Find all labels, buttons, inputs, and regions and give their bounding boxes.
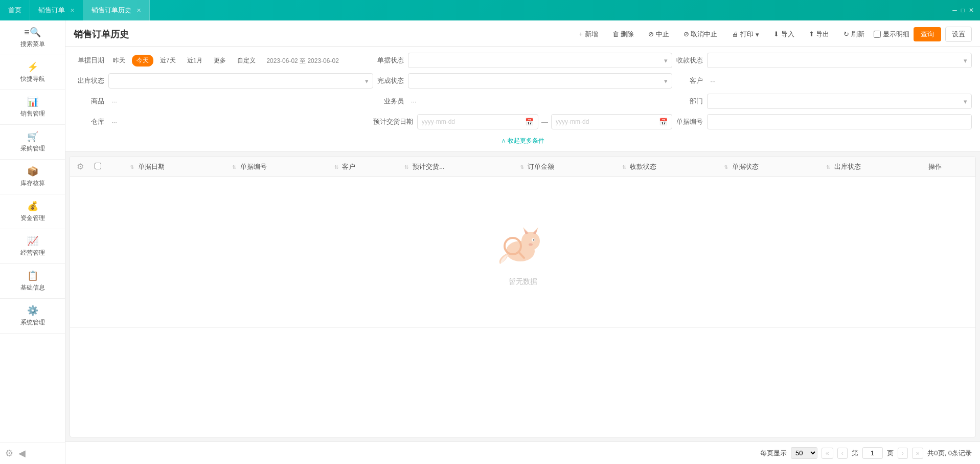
tab-home[interactable]: 首页 [0,0,30,20]
sidebar-item-finance[interactable]: 💰 资金管理 [0,194,65,229]
tab-sales-order-close[interactable]: ✕ [70,7,75,14]
date-shortcut-custom[interactable]: 自定义 [233,55,260,67]
sidebar-item-operations[interactable]: 📈 经营管理 [0,229,65,264]
warehouse-ellipsis-btn[interactable]: ··· [108,117,120,127]
salesperson-ellipsis-btn[interactable]: ··· [408,97,420,106]
filter-customer: 客户 ··· [672,76,972,86]
order-status-arrow-icon: ▾ [664,57,668,64]
delivery-sort-icon: ⇅ [404,164,408,170]
last-page-button[interactable]: » [912,448,924,459]
tab-sales-order-history-close[interactable]: ✕ [136,7,141,14]
order-no-input[interactable] [707,114,972,129]
table-col-outbound[interactable]: ⇅ 出库状态 [822,157,924,177]
sidebar-item-basic-info-label: 基础信息 [20,283,45,292]
completion-status-select[interactable]: ▾ [408,73,673,89]
tab-sales-order[interactable]: 销售订单 ✕ [30,0,83,20]
table-header-settings: ⚙ [70,157,90,177]
order-no-control [707,114,972,129]
sidebar-item-sys-mgmt[interactable]: ⚙️ 系统管理 [0,299,65,334]
date-shortcut-1month[interactable]: 近1月 [183,55,208,67]
export-button[interactable]: ⬆ 导出 [804,27,835,41]
tab-sales-order-label: 销售订单 [38,6,65,15]
table-col-order-status[interactable]: ⇅ 单据状态 [720,157,822,177]
filter-department: 部门 ▾ [672,94,972,109]
print-button[interactable]: 🖨 打印 ▾ [727,27,765,41]
order-status-sort-icon: ⇅ [724,164,728,170]
first-page-button[interactable]: « [822,448,833,459]
current-page-input[interactable] [862,447,883,459]
customer-sort-icon: ⇅ [334,164,338,170]
date-shortcut-today[interactable]: 今天 [132,55,153,67]
sidebar-item-quick-nav[interactable]: ⚡ 快捷导航 [0,55,65,90]
stop-button[interactable]: ⊘ 中止 [643,27,674,41]
product-ellipsis-btn[interactable]: ··· [108,97,120,106]
date-shortcut-yesterday[interactable]: 昨天 [108,55,130,67]
date-shortcut-more[interactable]: 更多 [209,55,231,67]
sidebar-settings-icon[interactable]: ⚙ [5,448,13,459]
filter-product: 商品 ··· [74,97,373,106]
settings-button[interactable]: 设置 [945,27,972,42]
delivery-date-from[interactable]: yyyy-mm-dd 📅 [417,114,538,129]
import-button[interactable]: ⬇ 导入 [768,27,800,41]
top-bar: 首页 销售订单 ✕ 销售订单历史 ✕ ─ □ ✕ [0,0,980,20]
filter-order-status: 单据状态 ▾ [373,53,673,68]
table-col-payment-status[interactable]: ⇅ 收款状态 [618,157,720,177]
tab-bar: 首页 销售订单 ✕ 销售订单历史 ✕ [0,0,946,20]
query-button[interactable]: 查询 [914,27,941,41]
delete-button[interactable]: 🗑 删除 [607,27,640,41]
sidebar-item-search-menu-label: 搜索菜单 [20,40,45,49]
payment-status-select[interactable]: ▾ [707,53,972,68]
show-detail-checkbox[interactable] [874,31,881,38]
table-select-all-checkbox[interactable] [95,163,101,169]
sidebar-item-sales-mgmt[interactable]: 📊 销售管理 [0,90,65,125]
delivery-date-to[interactable]: yyyy-mm-dd 📅 [551,114,672,129]
sidebar-item-purchase-mgmt[interactable]: 🛒 采购管理 [0,125,65,160]
cancel-stop-button[interactable]: ⊘ 取消中止 [678,27,723,41]
filter-date: 单据日期 昨天 今天 近7天 近1月 更多 自定义 2023-06-02 至 2… [74,55,373,67]
window-maximize-icon[interactable]: □ [961,7,965,14]
table-header-row: ⚙ ⇅ 单据日期 ⇅ 单据编号 [70,157,975,177]
window-close-icon[interactable]: ✕ [969,7,974,14]
product-label: 商品 [74,97,104,106]
amount-sort-icon: ⇅ [520,164,524,170]
date-filter-label: 单据日期 [74,56,104,65]
sys-mgmt-icon: ⚙️ [27,305,38,316]
delivery-date-from-cal-icon: 📅 [525,118,534,126]
outbound-status-select[interactable]: ▾ [108,73,373,89]
table-col-number[interactable]: ⇅ 单据编号 [228,157,330,177]
table-col-delivery[interactable]: ⇅ 预计交货... [400,157,516,177]
table-col-customer[interactable]: ⇅ 客户 [330,157,401,177]
refresh-button[interactable]: ↻ 刷新 [838,27,870,41]
filter-panel: 单据日期 昨天 今天 近7天 近1月 更多 自定义 2023-06-02 至 2… [65,47,980,152]
sidebar-item-search-menu[interactable]: ≡🔍 搜索菜单 [0,20,65,55]
print-arrow-icon: ▾ [756,31,759,38]
department-control: ▾ [707,94,972,109]
date-shortcut-7days[interactable]: 近7天 [155,55,180,67]
sidebar-item-quick-nav-label: 快捷导航 [20,75,45,83]
data-table: ⚙ ⇅ 单据日期 ⇅ 单据编号 [70,157,975,328]
page-size-select[interactable]: 50 10 20 100 [791,447,817,459]
table-body: 暂无数据 [70,177,975,328]
payment-status-arrow-icon: ▾ [964,57,967,64]
filter-completion-status: 完成状态 ▾ [373,73,673,89]
sidebar-collapse-icon[interactable]: ◀ [18,448,26,459]
table-col-amount[interactable]: ⇅ 订单金额 [516,157,618,177]
empty-text: 暂无数据 [509,277,537,286]
department-select[interactable]: ▾ [707,94,972,109]
sidebar-bottom: ⚙ ◀ [0,442,65,464]
order-status-select[interactable]: ▾ [408,53,673,68]
tab-sales-order-history[interactable]: 销售订单历史 ✕ [83,0,150,20]
table-col-date[interactable]: ⇅ 单据日期 [126,157,228,177]
next-page-button[interactable]: › [898,448,908,459]
empty-state-illustration [492,218,554,269]
window-minimize-icon[interactable]: ─ [952,7,957,14]
customer-ellipsis-btn[interactable]: ··· [707,76,719,86]
cancel-stop-label: ⊘ 取消中止 [683,30,718,39]
prev-page-button[interactable]: ‹ [837,448,848,459]
new-button[interactable]: + 新增 [574,27,603,41]
table-settings-icon[interactable]: ⚙ [77,162,84,171]
table-col-operation: 操作 [924,157,975,177]
sidebar-item-inventory[interactable]: 📦 库存核算 [0,160,65,194]
collapse-row[interactable]: ∧ 收起更多条件 [74,135,972,145]
sidebar-item-basic-info[interactable]: 📋 基础信息 [0,264,65,299]
